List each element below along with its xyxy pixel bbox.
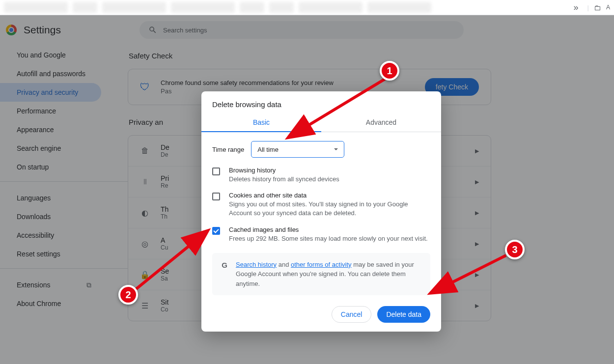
option-title: Browsing history [229,167,339,174]
tab-basic[interactable]: Basic [201,113,321,132]
browser-tab[interactable] [73,2,97,13]
browser-tab[interactable] [240,2,264,13]
clear-data-option[interactable]: Cached images and files Frees up 292 MB.… [201,222,441,247]
browser-tabstrip: » | 🗀 A [0,0,614,15]
clear-data-option[interactable]: Cookies and other site data Signs you ou… [201,188,441,222]
tabs-overflow-icon[interactable]: » [570,2,583,13]
option-title: Cookies and other site data [229,192,430,199]
checkbox[interactable] [212,168,220,175]
browser-tab[interactable] [102,2,166,13]
annotation-marker-3: 3 [505,240,525,259]
time-range-value: All time [257,146,279,153]
delete-data-button[interactable]: Delete data [377,306,430,323]
browser-tab[interactable] [171,2,235,13]
option-desc: Deletes history from all synced devices [229,175,339,184]
option-desc: Frees up 292 MB. Some sites may load mor… [229,234,428,243]
tab-advanced[interactable]: Advanced [321,113,441,132]
clear-data-option[interactable]: Browsing history Deletes history from al… [201,163,441,188]
cancel-button[interactable]: Cancel [332,306,372,323]
checkbox[interactable] [212,193,220,200]
time-range-label: Time range [212,146,244,153]
option-title: Cached images and files [229,226,428,233]
browser-tab[interactable] [367,2,431,13]
checkbox[interactable] [212,227,220,235]
google-logo-icon: G [220,260,229,289]
link-other-activity[interactable]: other forms of activity [291,261,352,268]
delete-browsing-data-dialog: Delete browsing data Basic Advanced Time… [201,91,441,332]
google-account-info: G Search history and other forms of acti… [212,253,430,296]
browser-tab[interactable] [4,2,68,13]
browser-tab[interactable] [299,2,363,13]
annotation-marker-1: 1 [380,61,399,81]
link-search-history[interactable]: Search history [236,261,277,268]
browser-tab[interactable] [269,2,294,13]
annotation-marker-2: 2 [118,285,138,305]
time-range-select[interactable]: All time [251,141,344,158]
option-desc: Signs you out of most sites. You'll stay… [229,200,430,218]
dialog-title: Delete browsing data [201,91,441,113]
bookmarks-folder-label: A [606,4,610,11]
bookmarks-folder-icon[interactable]: 🗀 [594,3,601,12]
